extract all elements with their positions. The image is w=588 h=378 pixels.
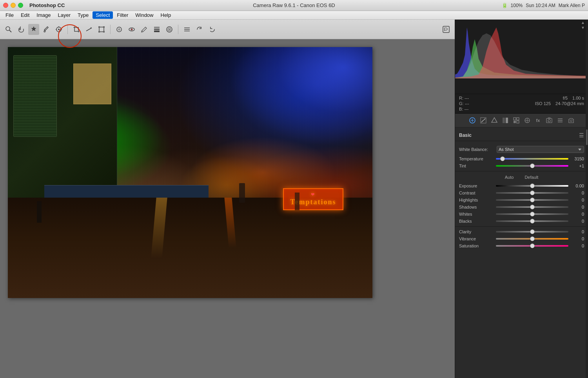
shadows-slider[interactable]: [496, 206, 568, 208]
shadows-thumb[interactable]: [530, 205, 535, 209]
svg-rect-19: [154, 27, 160, 28]
menu-type[interactable]: Type: [74, 11, 92, 19]
window-light: [73, 64, 111, 104]
clarity-thumb[interactable]: [530, 229, 535, 234]
title-bar: Photoshop CC Camera Raw 9.6.1 - Canon EO…: [0, 0, 588, 11]
vibrance-thumb[interactable]: [530, 236, 535, 241]
whites-slider[interactable]: [496, 213, 568, 215]
menu-filter[interactable]: Filter: [114, 11, 131, 19]
saturation-value: 0: [570, 244, 584, 248]
color-sampler-btn[interactable]: [41, 24, 52, 35]
transform-tool-btn[interactable]: [96, 24, 107, 35]
snapshots-panel-btn[interactable]: [566, 116, 576, 125]
menu-image[interactable]: Image: [33, 11, 54, 19]
histogram-scroll-up[interactable]: ▲: [581, 20, 585, 25]
spot-removal-btn[interactable]: [114, 24, 125, 35]
saturation-slider[interactable]: [496, 245, 568, 247]
whites-value: 0: [570, 212, 584, 216]
svg-point-48: [570, 120, 572, 122]
zoom-tool-btn[interactable]: [3, 24, 14, 35]
blue-light-right: [227, 47, 372, 147]
crop-tool-btn[interactable]: [71, 24, 82, 35]
temperature-thumb[interactable]: [500, 156, 505, 161]
vibrance-label: Vibrance: [459, 236, 494, 241]
white-balance-tool-btn[interactable]: [28, 24, 39, 35]
person-silhouette-2: [295, 193, 299, 210]
wb-label: White Balance:: [459, 147, 494, 152]
menu-select[interactable]: Select: [93, 11, 113, 19]
whites-thumb[interactable]: [530, 212, 535, 216]
close-button[interactable]: [3, 3, 8, 8]
hsl-tab-btn[interactable]: [490, 116, 499, 125]
lens-tab-btn[interactable]: [523, 116, 532, 125]
contrast-thumb[interactable]: [530, 191, 535, 195]
highlights-slider[interactable]: [496, 199, 568, 201]
wb-select[interactable]: As Shot Auto Daylight Cloudy Shade Tungs…: [497, 146, 584, 153]
vibrance-slider[interactable]: [496, 238, 568, 240]
camera-cal-tab-btn[interactable]: [544, 116, 554, 125]
graduated-filter-btn[interactable]: [151, 24, 162, 35]
r-value: R: ---: [459, 96, 469, 100]
adjustment-brush-btn[interactable]: [139, 24, 150, 35]
svg-rect-21: [154, 31, 160, 32]
basic-panel-menu-btn[interactable]: ☰: [579, 132, 584, 138]
menu-file[interactable]: File: [2, 11, 17, 19]
clarity-slider[interactable]: [496, 231, 568, 233]
blacks-row: Blacks 0: [455, 218, 588, 225]
default-btn[interactable]: Default: [523, 174, 540, 180]
light-streak-1: [151, 198, 167, 258]
clarity-value: 0: [570, 229, 584, 234]
rotate-cw-btn[interactable]: [207, 24, 218, 35]
tint-label: Tint: [459, 164, 494, 168]
straighten-tool-btn[interactable]: [83, 24, 94, 35]
presets-panel-btn[interactable]: [555, 116, 565, 125]
effects-tab-btn[interactable]: fx: [534, 116, 543, 125]
hand-tool-btn[interactable]: [16, 24, 27, 35]
minimize-button[interactable]: [11, 3, 16, 8]
detail-tab-btn[interactable]: [512, 116, 521, 125]
svg-rect-34: [506, 118, 508, 123]
blacks-slider[interactable]: [496, 220, 568, 222]
red-eye-btn[interactable]: [126, 24, 137, 35]
saturation-thumb[interactable]: [530, 244, 535, 248]
split-toning-tab-btn[interactable]: [501, 116, 510, 125]
tint-thumb[interactable]: [530, 164, 535, 168]
svg-rect-14: [103, 31, 105, 33]
right-panel: ▲ ▼ R: --- G: --- B: --- f/5 1.00 s ISO …: [455, 20, 588, 378]
basic-panel-title: Basic: [459, 133, 472, 138]
auto-btn[interactable]: Auto: [503, 174, 515, 180]
exposure-value: 0.00: [570, 184, 584, 188]
svg-rect-37: [514, 121, 516, 123]
blacks-thumb[interactable]: [530, 219, 535, 224]
histogram-scroll-down[interactable]: ▼: [581, 25, 585, 30]
open-in-photoshop-btn[interactable]: [441, 24, 452, 35]
highlights-row: Highlights 0: [455, 196, 588, 204]
menu-edit[interactable]: Edit: [18, 11, 33, 19]
clarity-label: Clarity: [459, 229, 494, 234]
whites-row: Whites 0: [455, 211, 588, 218]
person-silhouette-1: [239, 183, 245, 203]
window-controls: Photoshop CC: [3, 2, 65, 8]
targeted-adj-btn[interactable]: [53, 24, 64, 35]
contrast-value: 0: [570, 191, 584, 195]
fullscreen-button[interactable]: [18, 3, 23, 8]
exposure-slider[interactable]: [496, 185, 568, 187]
tone-curve-tab-btn[interactable]: [479, 116, 488, 125]
menu-window[interactable]: Window: [132, 11, 156, 19]
scrollbar-thumb[interactable]: [586, 129, 588, 145]
radial-filter-btn[interactable]: [164, 24, 175, 35]
menu-help[interactable]: Help: [158, 11, 174, 19]
highlights-thumb[interactable]: [530, 198, 535, 202]
svg-point-0: [6, 27, 10, 31]
contrast-slider[interactable]: [496, 192, 568, 194]
highlights-label: Highlights: [459, 198, 494, 202]
menu-layer[interactable]: Layer: [55, 11, 74, 19]
tint-slider[interactable]: [496, 165, 568, 167]
presets-btn[interactable]: [181, 24, 192, 35]
exposure-thumb[interactable]: [530, 184, 535, 188]
shutter-speed: 1.00 s: [572, 96, 584, 100]
temperature-slider[interactable]: [496, 158, 568, 160]
user-name: Mark Allen P: [559, 3, 585, 8]
basic-tab-btn[interactable]: [468, 116, 477, 125]
rotate-ccw-btn[interactable]: [194, 24, 205, 35]
